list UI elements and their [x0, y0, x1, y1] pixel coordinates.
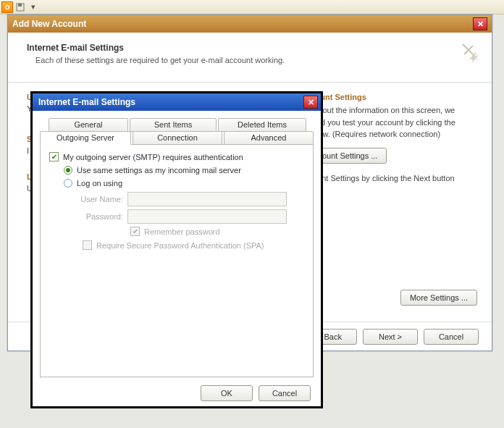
password-field [127, 209, 287, 224]
dialog-footer: OK Cancel [33, 380, 321, 406]
smtp-auth-checkbox-row[interactable]: ✔ My outgoing server (SMTP) requires aut… [49, 152, 304, 161]
use-same-settings-label: Use same settings as my incoming mail se… [77, 166, 241, 175]
page-title: Internet E-mail Settings [27, 43, 477, 53]
radio-icon[interactable] [64, 166, 72, 175]
radio-icon[interactable] [64, 179, 72, 188]
cancel-button[interactable]: Cancel [424, 329, 479, 345]
ok-button[interactable]: OK [201, 385, 253, 401]
svg-marker-2 [469, 52, 479, 63]
next-button[interactable]: Next > [363, 329, 418, 345]
logon-using-radio-row[interactable]: Log on using [64, 179, 304, 188]
close-icon[interactable]: ✕ [473, 17, 487, 30]
username-label: User Name: [70, 195, 123, 203]
qat-dropdown-icon[interactable]: ▾ [28, 1, 39, 13]
app-icon[interactable]: O [1, 1, 13, 13]
username-row: User Name: [70, 192, 304, 206]
checkbox-icon: ✔ [130, 227, 140, 236]
tab-sent-items[interactable]: Sent Items [130, 118, 217, 132]
username-field [127, 192, 287, 206]
tab-general[interactable]: General [49, 118, 128, 132]
cancel-button[interactable]: Cancel [259, 385, 311, 401]
dialog-titlebar: Internet E-mail Settings ✕ [33, 93, 321, 111]
tab-panel-outgoing: ✔ My outgoing server (SMTP) requires aut… [40, 144, 314, 377]
page-subtitle: Each of these settings are required to g… [27, 56, 477, 64]
checkbox-icon [83, 240, 92, 250]
remember-password-row: ✔ Remember password [130, 227, 304, 236]
tab-outgoing-server[interactable]: Outgoing Server [40, 131, 131, 145]
checkbox-icon[interactable]: ✔ [49, 152, 59, 161]
add-account-titlebar: Add New Account ✕ [8, 15, 492, 33]
smtp-auth-label: My outgoing server (SMTP) requires authe… [63, 153, 243, 161]
qat-save-icon[interactable] [14, 1, 26, 13]
add-account-header: Internet E-mail Settings Each of these s… [8, 33, 492, 72]
password-label: Password: [70, 212, 123, 221]
spa-label: Require Secure Password Authentication (… [96, 241, 264, 250]
add-account-title: Add New Account [12, 19, 86, 29]
tab-deleted-items[interactable]: Deleted Items [218, 118, 306, 132]
close-icon[interactable]: ✕ [303, 96, 318, 109]
tab-connection[interactable]: Connection [133, 131, 222, 145]
dialog-title: Internet E-mail Settings [38, 97, 135, 107]
email-settings-dialog: Internet E-mail Settings ✕ General Sent … [30, 91, 323, 408]
spa-row: Require Secure Password Authentication (… [83, 240, 304, 250]
tab-advanced[interactable]: Advanced [224, 131, 314, 145]
password-row: Password: [70, 209, 304, 224]
logon-using-label: Log on using [77, 179, 122, 188]
tab-strip: General Sent Items Deleted Items Outgoin… [40, 118, 314, 146]
dialog-body: General Sent Items Deleted Items Outgoin… [33, 111, 321, 406]
wizard-star-icon [460, 41, 482, 68]
remember-password-label: Remember password [144, 227, 220, 236]
more-settings-button[interactable]: More Settings ... [400, 290, 477, 306]
svg-rect-1 [18, 4, 22, 7]
use-same-settings-radio-row[interactable]: Use same settings as my incoming mail se… [64, 166, 304, 175]
quick-access-toolbar: O ▾ [0, 0, 504, 14]
